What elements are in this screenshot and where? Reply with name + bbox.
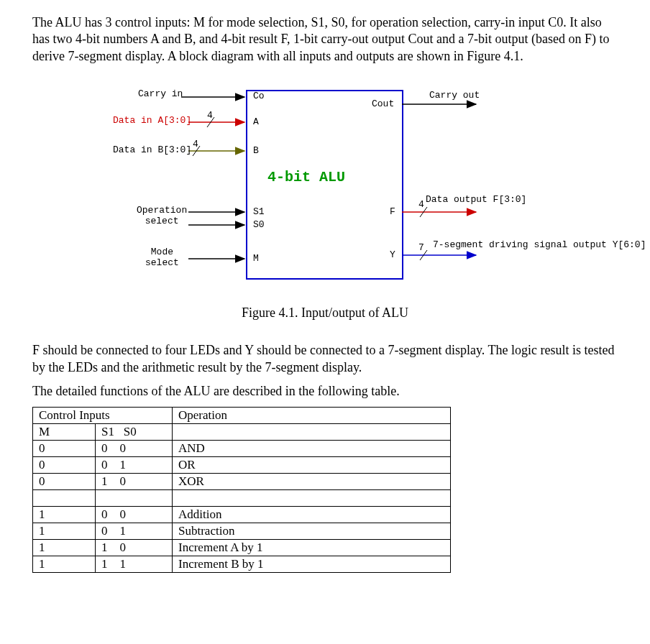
bus-width-f: 4 [418, 199, 424, 210]
port-cout: Cout [372, 98, 394, 109]
label-op-select: Operation select [137, 205, 187, 226]
alu-block-diagram: 4-bit ALU [59, 83, 591, 298]
label-seven-seg: 7-segment driving signal output Y[6:0] [433, 239, 646, 250]
cell-s [96, 490, 173, 507]
alu-title: 4-bit ALU [267, 169, 345, 185]
cell-op: Addition [173, 507, 451, 523]
port-a: A [253, 116, 259, 127]
cell-m: 1 [33, 540, 96, 556]
cell-s: 0 0 [96, 441, 173, 457]
cell-op: XOR [173, 474, 451, 490]
label-carry-out: Carry out [429, 90, 480, 101]
table-row: 11 0Increment A by 1 [33, 540, 451, 556]
cell-s: 0 1 [96, 523, 173, 540]
port-co: Co [253, 91, 265, 101]
label-data-a: Data in A[3:0] [113, 115, 191, 126]
cell-m: 0 [33, 441, 96, 457]
cell-m: 0 [33, 457, 96, 474]
label-mode-select: Mode select [145, 247, 179, 268]
table-row: 11 1Increment B by 1 [33, 556, 451, 573]
figure-caption: Figure 4.1. Input/output of ALU [32, 305, 618, 321]
cell-s: 1 0 [96, 474, 173, 490]
cell-op: Subtraction [173, 523, 451, 540]
cell-op: Increment A by 1 [173, 540, 451, 556]
table-row: Control Inputs Operation [33, 408, 451, 424]
cell-op: Increment B by 1 [173, 556, 451, 573]
cell-s: 1 0 [96, 540, 173, 556]
table-row: 01 0XOR [33, 474, 451, 490]
label-data-b: Data in B[3:0] [113, 144, 191, 155]
hdr-control: Control Inputs [33, 408, 173, 424]
port-m: M [253, 253, 259, 264]
label-carry-in: Carry in [138, 88, 183, 99]
cell-s: 0 0 [96, 507, 173, 523]
port-b: B [253, 145, 259, 156]
table-row: 00 1OR [33, 457, 451, 474]
cell-op: AND [173, 441, 451, 457]
label-data-out: Data output F[3:0] [426, 194, 526, 205]
intro-paragraph: The ALU has 3 control inputs: M for mode… [32, 14, 618, 65]
cell-op: OR [173, 457, 451, 474]
cell-m [33, 490, 96, 507]
hdr-op-blank [173, 424, 451, 441]
cell-m: 1 [33, 507, 96, 523]
port-y: Y [390, 249, 395, 260]
port-f: F [390, 206, 395, 217]
hdr-s1s0: S1 S0 [96, 424, 173, 441]
bus-width-b: 4 [193, 139, 198, 150]
bus-width-y: 7 [418, 242, 424, 253]
table-row: M S1 S0 [33, 424, 451, 441]
table-row: 10 1Subtraction [33, 523, 451, 540]
cell-s: 0 1 [96, 457, 173, 474]
port-s1: S1 [253, 206, 265, 217]
port-s0: S0 [253, 219, 265, 230]
cell-m: 1 [33, 523, 96, 540]
table-row [33, 490, 451, 507]
cell-m: 1 [33, 556, 96, 573]
table-row: 00 0AND [33, 441, 451, 457]
cell-m: 0 [33, 474, 96, 490]
leds-paragraph: F should be connected to four LEDs and Y… [32, 342, 618, 376]
table-intro-paragraph: The detailed functions of the ALU are de… [32, 383, 618, 400]
hdr-m: M [33, 424, 96, 441]
table-row: 10 0Addition [33, 507, 451, 523]
bus-width-a: 4 [207, 110, 213, 121]
hdr-operation: Operation [173, 408, 451, 424]
cell-op [173, 490, 451, 507]
function-table: Control Inputs Operation M S1 S0 00 0AND… [32, 407, 451, 573]
cell-s: 1 1 [96, 556, 173, 573]
